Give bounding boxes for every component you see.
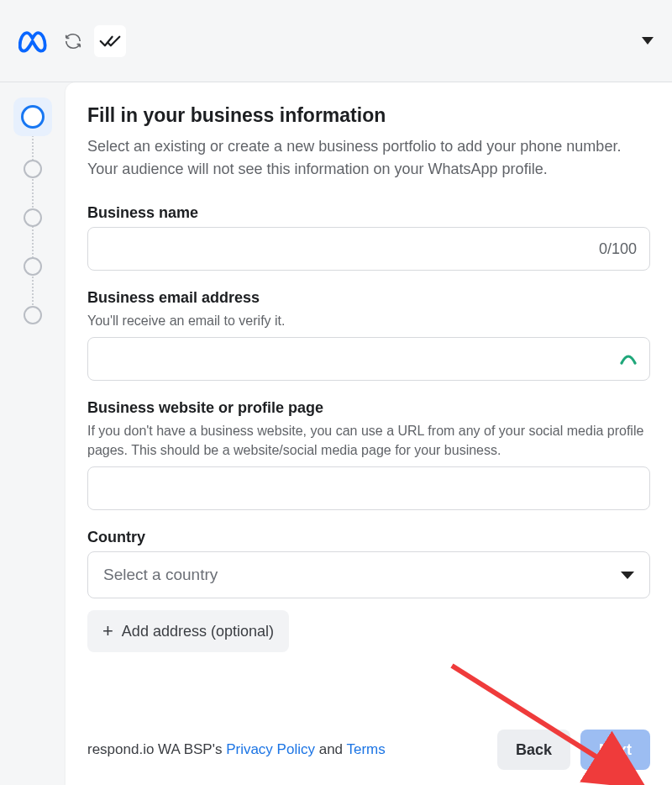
footer: respond.io WA BSP's Privacy Policy and T… [87,711,650,785]
business-name-input[interactable] [87,227,650,271]
website-helper: If you don't have a business website, yo… [87,422,650,460]
country-select[interactable]: Select a country [87,551,650,598]
topbar [0,0,672,82]
website-input[interactable] [87,466,650,510]
account-dropdown-caret-icon[interactable] [642,37,654,45]
email-group: Business email address You'll receive an… [87,289,650,381]
website-group: Business website or profile page If you … [87,399,650,510]
footer-legal: respond.io WA BSP's Privacy Policy and T… [87,741,386,758]
email-trailing-icon [620,353,637,365]
form-panel: Fill in your business information Select… [66,82,672,785]
step-5 [24,306,42,324]
double-check-icon[interactable] [94,25,126,57]
business-name-label: Business name [87,204,650,222]
terms-link[interactable]: Terms [346,741,385,757]
plus-icon: + [102,620,113,642]
country-label: Country [87,529,650,546]
email-input[interactable] [87,337,650,381]
step-4 [24,257,42,276]
page-title: Fill in your business information [87,104,650,127]
step-3 [24,208,42,227]
add-address-button[interactable]: + Add address (optional) [87,610,289,652]
next-button[interactable]: Next [580,730,650,770]
back-button[interactable]: Back [497,730,570,770]
topbar-left [18,25,126,57]
step-1-active [13,97,52,136]
privacy-link[interactable]: Privacy Policy [226,741,315,757]
stepper [0,82,66,785]
step-2 [24,160,42,178]
website-label: Business website or profile page [87,399,650,417]
email-helper: You'll receive an email to verify it. [87,312,650,330]
business-name-group: Business name 0/100 [87,204,650,271]
page-subtitle: Select an existing or create a new busin… [87,135,650,181]
meta-logo-icon [18,29,52,53]
country-group: Country Select a country + Add address (… [87,529,650,652]
refresh-icon[interactable] [64,32,82,50]
add-address-label: Add address (optional) [122,623,274,640]
email-label: Business email address [87,289,650,307]
country-placeholder: Select a country [103,566,218,584]
chevron-down-icon [621,572,634,579]
